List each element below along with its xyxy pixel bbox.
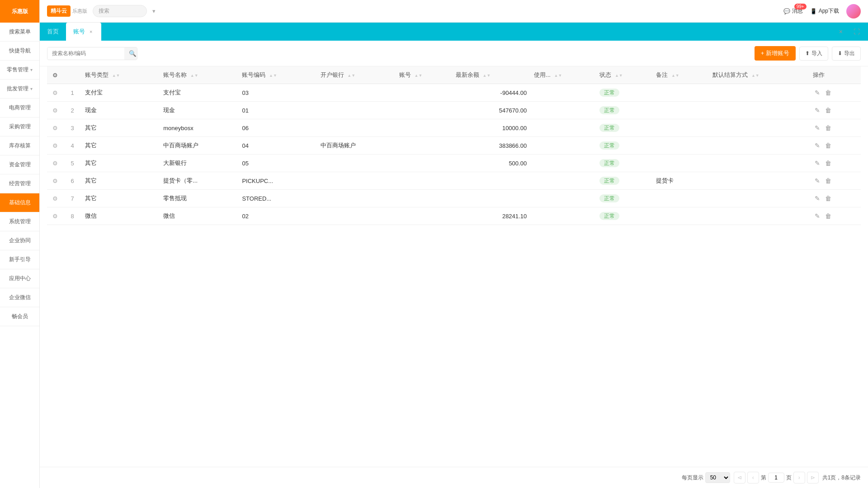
search-input[interactable] bbox=[47, 47, 124, 59]
edit-button[interactable]: ✎ bbox=[813, 194, 822, 203]
page-size-select[interactable]: 50 10 20 100 bbox=[705, 472, 730, 483]
sidebar-item-sys-mgmt[interactable]: 系统管理 bbox=[0, 212, 39, 231]
sidebar-item-capital-mgmt[interactable]: 资金管理 bbox=[0, 155, 39, 174]
last-page-button[interactable]: ⊳ bbox=[807, 472, 819, 483]
sidebar-item-label: 库存核算 bbox=[9, 142, 31, 149]
row-account-code: PICKUPC... bbox=[238, 172, 316, 190]
tab-close-button[interactable]: × bbox=[88, 28, 94, 35]
message-button[interactable]: 💬 消息 99+ bbox=[783, 7, 803, 15]
sidebar-item-wholesale-mgmt[interactable]: 批发管理 ▾ bbox=[0, 80, 39, 99]
col-balance[interactable]: 最新余额 ▲▼ bbox=[452, 66, 530, 84]
app-download-button[interactable]: 📱 App下载 bbox=[810, 7, 839, 15]
sidebar-item-retail-mgmt[interactable]: 零售管理 ▾ bbox=[0, 61, 39, 80]
row-actions: ✎ 🗑 bbox=[809, 155, 861, 172]
edit-button[interactable]: ✎ bbox=[813, 211, 822, 221]
row-num: 3 bbox=[63, 119, 81, 137]
sidebar-item-purchase-mgmt[interactable]: 采购管理 bbox=[0, 117, 39, 136]
edit-button[interactable]: ✎ bbox=[813, 141, 822, 150]
sidebar-item-quick-nav[interactable]: 快捷导航 bbox=[0, 42, 39, 61]
first-page-button[interactable]: ⊲ bbox=[734, 472, 745, 483]
row-settings-icon[interactable]: ⚙ bbox=[47, 207, 63, 225]
row-settings-icon[interactable]: ⚙ bbox=[47, 137, 63, 155]
sidebar-item-search-menu[interactable]: 搜索菜单 bbox=[0, 23, 39, 42]
col-bank[interactable]: 开户银行 ▲▼ bbox=[317, 66, 396, 84]
delete-button[interactable]: 🗑 bbox=[823, 88, 833, 97]
col-status[interactable]: 状态 ▲▼ bbox=[596, 66, 652, 84]
row-default-settle bbox=[709, 137, 809, 155]
edit-button[interactable]: ✎ bbox=[813, 159, 822, 168]
main-area: 精斗云 乐惠版 搜索 ▾ 💬 消息 99+ 📱 App下载 首页 账号 bbox=[40, 0, 868, 488]
sidebar-item-corp-agreement[interactable]: 企业协同 bbox=[0, 231, 39, 250]
delete-button[interactable]: 🗑 bbox=[823, 141, 833, 150]
row-settings-icon[interactable]: ⚙ bbox=[47, 84, 63, 102]
sidebar-item-member[interactable]: 畅会员 bbox=[0, 307, 39, 326]
col-account-code[interactable]: 账号编码 ▲▼ bbox=[238, 66, 316, 84]
row-bank bbox=[317, 207, 396, 225]
row-num: 6 bbox=[63, 172, 81, 190]
row-account-type: 其它 bbox=[81, 172, 160, 190]
window-fullscreen-button[interactable]: ⛶ bbox=[849, 25, 864, 38]
delete-button[interactable]: 🗑 bbox=[823, 106, 833, 115]
sidebar-item-basic-info[interactable]: 基础信息 bbox=[0, 193, 39, 212]
row-settings-icon[interactable]: ⚙ bbox=[47, 172, 63, 190]
top-search-input[interactable]: 搜索 bbox=[93, 5, 147, 17]
row-bank bbox=[317, 102, 396, 119]
footer-pagination: 每页显示 50 10 20 100 ⊲ ‹ 第 页 › ⊳ 共1页，8条记录 bbox=[40, 467, 868, 488]
delete-button[interactable]: 🗑 bbox=[823, 194, 833, 203]
col-settings: ⚙ bbox=[47, 66, 63, 84]
col-account-no[interactable]: 账号 ▲▼ bbox=[396, 66, 452, 84]
sidebar-item-app-center[interactable]: 应用中心 bbox=[0, 269, 39, 288]
edit-button[interactable]: ✎ bbox=[813, 176, 822, 185]
delete-button[interactable]: 🗑 bbox=[823, 176, 833, 185]
row-settings-icon[interactable]: ⚙ bbox=[47, 119, 63, 137]
edit-button[interactable]: ✎ bbox=[813, 106, 822, 115]
page-input[interactable] bbox=[768, 473, 784, 483]
delete-button[interactable]: 🗑 bbox=[823, 211, 833, 221]
sidebar-item-label: 企业协同 bbox=[9, 237, 31, 244]
sidebar-item-ops-mgmt[interactable]: 经营管理 bbox=[0, 174, 39, 193]
delete-button[interactable]: 🗑 bbox=[823, 123, 833, 132]
prev-page-button[interactable]: ‹ bbox=[747, 472, 759, 483]
window-close-button[interactable]: × bbox=[835, 25, 847, 38]
row-balance: 547670.00 bbox=[452, 102, 530, 119]
row-settings-icon[interactable]: ⚙ bbox=[47, 190, 63, 207]
row-account-no bbox=[396, 84, 452, 102]
edit-button[interactable]: ✎ bbox=[813, 88, 822, 97]
tab-account[interactable]: 账号 × bbox=[66, 23, 101, 41]
table-row: ⚙ 5 其它 大新银行 05 500.00 正常 ✎ 🗑 bbox=[47, 155, 861, 172]
row-balance: 28241.10 bbox=[452, 207, 530, 225]
row-account-code: 05 bbox=[238, 155, 316, 172]
sidebar-item-inventory-calc[interactable]: 库存核算 bbox=[0, 136, 39, 155]
import-button[interactable]: ⬆ 导入 bbox=[799, 47, 828, 61]
col-account-name[interactable]: 账号名称 ▲▼ bbox=[160, 66, 238, 84]
col-account-type[interactable]: 账号类型 ▲▼ bbox=[81, 66, 160, 84]
export-label: 导出 bbox=[844, 50, 855, 57]
row-settings-icon[interactable]: ⚙ bbox=[47, 102, 63, 119]
settings-gear-icon[interactable]: ⚙ bbox=[52, 72, 58, 79]
sidebar-item-ecom-mgmt[interactable]: 电商管理 bbox=[0, 99, 39, 117]
logo: 乐惠版 bbox=[0, 0, 39, 23]
page-unit: 页 bbox=[786, 474, 792, 482]
col-default-settle[interactable]: 默认结算方式 ▲▼ bbox=[709, 66, 809, 84]
edit-button[interactable]: ✎ bbox=[813, 123, 822, 132]
row-account-type: 其它 bbox=[81, 137, 160, 155]
header-right: 💬 消息 99+ 📱 App下载 bbox=[783, 4, 861, 19]
add-account-button[interactable]: + 新增账号 bbox=[755, 46, 796, 61]
row-account-type: 现金 bbox=[81, 102, 160, 119]
tab-home[interactable]: 首页 bbox=[40, 23, 66, 41]
delete-button[interactable]: 🗑 bbox=[823, 159, 833, 168]
logo-text: 乐惠版 bbox=[12, 8, 28, 15]
row-account-name: 支付宝 bbox=[160, 84, 238, 102]
col-usage[interactable]: 使用... ▲▼ bbox=[530, 66, 596, 84]
table-row: ⚙ 8 微信 微信 02 28241.10 正常 ✎ 🗑 bbox=[47, 207, 861, 225]
sidebar-item-new-guide[interactable]: 新手引导 bbox=[0, 250, 39, 269]
row-num: 4 bbox=[63, 137, 81, 155]
next-page-button[interactable]: › bbox=[793, 472, 805, 483]
avatar[interactable] bbox=[846, 4, 861, 19]
row-settings-icon[interactable]: ⚙ bbox=[47, 155, 63, 172]
export-button[interactable]: ⬇ 导出 bbox=[832, 47, 861, 61]
search-button[interactable]: 🔍 bbox=[124, 47, 137, 60]
sidebar-item-corp-wechat[interactable]: 企业微信 bbox=[0, 288, 39, 307]
row-account-no bbox=[396, 190, 452, 207]
col-remark[interactable]: 备注 ▲▼ bbox=[652, 66, 709, 84]
